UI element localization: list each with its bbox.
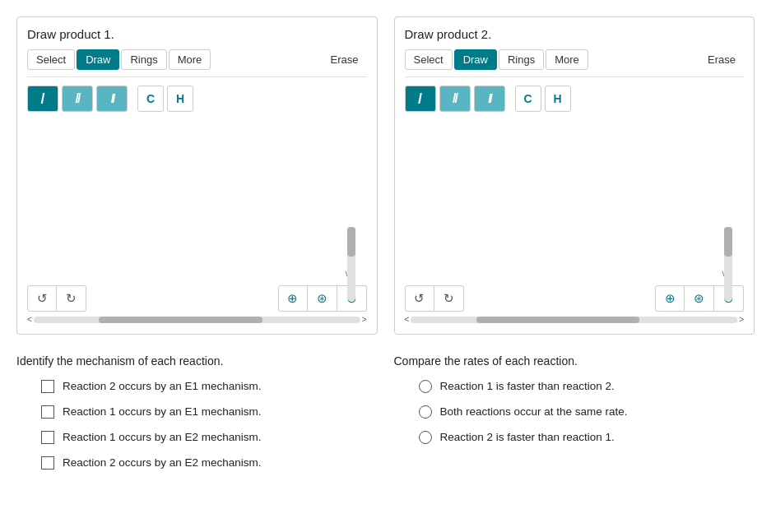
question1-checkbox-1[interactable] [41, 380, 54, 393]
question1-option-4: Reaction 2 occurs by an E2 mechanism. [16, 456, 378, 471]
question2-option-2: Both reactions occur at the same rate. [394, 405, 755, 420]
panel1-undo-btn[interactable]: ↺ [27, 285, 57, 312]
panel1-vertical-scrollbar[interactable] [347, 225, 355, 299]
panel1-more-btn[interactable]: More [169, 49, 211, 70]
question1-option-3: Reaction 1 occurs by an E2 mechanism. [16, 430, 378, 446]
question2-option-1: Reaction 1 is faster than reaction 2. [394, 379, 755, 395]
panel1-double-bond-btn[interactable]: // [62, 86, 93, 112]
panel1-chevron-down: ∨ [27, 268, 367, 279]
panel1-redo-btn[interactable]: ↻ [57, 285, 86, 312]
question1-option-text-3: Reaction 1 occurs by an E2 mechanism. [63, 430, 262, 446]
panel2-bottom-controls: ↺ ↻ ⊕ ⊛ ⊖ [405, 285, 745, 312]
panel1-undo-redo: ↺ ↻ [27, 285, 86, 312]
panel2-more-btn[interactable]: More [546, 49, 588, 70]
panel1-scroll-left[interactable]: < [27, 315, 32, 324]
panel2-draw-btn[interactable]: Draw [454, 49, 497, 70]
question2-title: Compare the rates of each reaction. [394, 354, 755, 368]
panel1-single-bond-btn[interactable]: / [27, 86, 58, 112]
panel2-single-bond-btn[interactable]: / [405, 86, 436, 112]
panel1-zoom-in-btn[interactable]: ⊕ [278, 285, 308, 312]
question1-title: Identify the mechanism of each reaction. [16, 354, 378, 368]
question1-option-text-1: Reaction 2 occurs by an E1 mechanism. [63, 379, 262, 395]
question1-option-text-2: Reaction 1 occurs by an E1 mechanism. [63, 405, 262, 420]
question2-radio-2[interactable] [419, 405, 432, 419]
panel2-scroll-left[interactable]: < [405, 315, 410, 324]
panel1-rings-btn[interactable]: Rings [121, 49, 166, 70]
panel2-chevron-down: ∨ [405, 268, 745, 279]
question1-checkbox-4[interactable] [41, 456, 54, 470]
panel2-title: Draw product 2. [405, 27, 745, 41]
panel1-select-btn[interactable]: Select [27, 49, 75, 70]
question2-block: Compare the rates of each reaction. Reac… [394, 354, 755, 481]
panel1-horizontal-scroll[interactable]: < > [27, 315, 367, 324]
panel2-vertical-scrollbar[interactable] [724, 225, 732, 299]
draw-panel-2: Draw product 2. Select Draw Rings More E… [394, 16, 755, 335]
panel2-scroll-track[interactable] [411, 317, 737, 323]
panel2-canvas[interactable] [405, 118, 745, 266]
panel2-triple-bond-btn[interactable]: /// [474, 86, 505, 112]
panel1-erase-btn[interactable]: Erase [323, 50, 367, 69]
panel2-carbon-btn[interactable]: C [515, 86, 541, 112]
question2-radio-1[interactable] [419, 380, 432, 393]
question1-option-2: Reaction 1 occurs by an E1 mechanism. [16, 405, 378, 420]
question2-radio-3[interactable] [419, 431, 432, 444]
question1-block: Identify the mechanism of each reaction.… [16, 354, 378, 481]
panel1-hydrogen-btn[interactable]: H [167, 86, 193, 112]
panel2-rings-btn[interactable]: Rings [499, 49, 544, 70]
panel1-draw-btn[interactable]: Draw [77, 49, 119, 70]
panel2-bond-toolbar: / // /// C H [405, 86, 745, 112]
question1-checkbox-2[interactable] [41, 405, 54, 419]
question2-option-text-1: Reaction 1 is faster than reaction 2. [440, 379, 615, 395]
panel2-erase-btn[interactable]: Erase [699, 50, 744, 69]
panel1-toolbar: Select Draw Rings More Erase [27, 49, 367, 77]
panel1-scroll-right[interactable]: > [362, 315, 367, 324]
panel2-hydrogen-btn[interactable]: H [545, 86, 571, 112]
question1-checkbox-3[interactable] [41, 431, 54, 444]
question1-option-1: Reaction 2 occurs by an E1 mechanism. [16, 379, 378, 395]
question2-option-text-3: Reaction 2 is faster than reaction 1. [440, 430, 615, 446]
panel2-double-bond-btn[interactable]: // [439, 86, 471, 112]
panel2-select-btn[interactable]: Select [405, 49, 453, 70]
draw-panels-container: Draw product 1. Select Draw Rings More E… [16, 16, 755, 335]
panel1-triple-bond-btn[interactable]: /// [96, 86, 128, 112]
panel2-toolbar: Select Draw Rings More Erase [405, 49, 745, 77]
panel2-undo-redo: ↺ ↻ [405, 285, 464, 312]
panel2-redo-btn[interactable]: ↻ [434, 285, 464, 312]
panel2-scroll-right[interactable]: > [739, 315, 744, 324]
panel1-carbon-btn[interactable]: C [137, 86, 164, 112]
panel1-canvas[interactable] [27, 118, 367, 266]
panel1-bottom-controls: ↺ ↻ ⊕ ⊛ ⊖ [27, 285, 367, 312]
panel1-title: Draw product 1. [27, 27, 367, 41]
panel1-zoom-fit-btn[interactable]: ⊛ [308, 285, 337, 312]
question2-option-text-2: Both reactions occur at the same rate. [440, 405, 628, 420]
panel2-zoom-in-btn[interactable]: ⊕ [655, 285, 685, 312]
question1-option-text-4: Reaction 2 occurs by an E2 mechanism. [63, 456, 262, 471]
draw-panel-1: Draw product 1. Select Draw Rings More E… [16, 16, 378, 335]
panel2-zoom-fit-btn[interactable]: ⊛ [685, 285, 714, 312]
question2-option-3: Reaction 2 is faster than reaction 1. [394, 430, 755, 446]
panel1-scroll-track[interactable] [34, 317, 360, 323]
questions-section: Identify the mechanism of each reaction.… [16, 354, 755, 481]
panel2-undo-btn[interactable]: ↺ [405, 285, 434, 312]
panel2-horizontal-scroll[interactable]: < > [405, 315, 745, 324]
panel1-bond-toolbar: / // /// C H [27, 86, 367, 112]
